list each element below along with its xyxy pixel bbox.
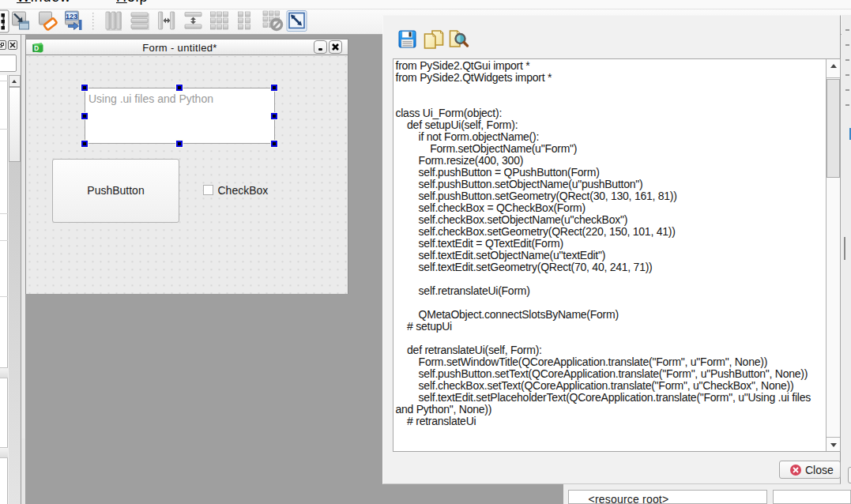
- svg-text:D: D: [33, 44, 38, 52]
- svg-text:123: 123: [66, 13, 77, 21]
